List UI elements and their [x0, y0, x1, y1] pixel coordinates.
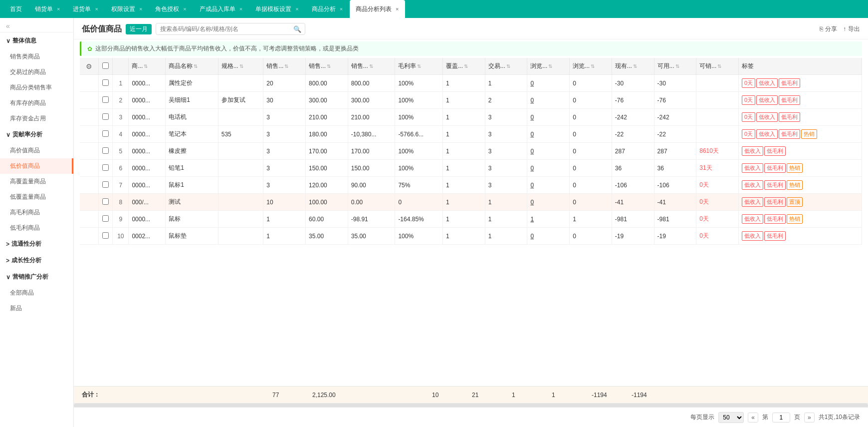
tag-badge: 0天 [742, 112, 755, 122]
close-icon[interactable]: × [295, 6, 298, 12]
browse1-link[interactable]: 0 [530, 148, 534, 155]
sidebar-item-low-value[interactable]: 低价值商品 [0, 158, 73, 174]
sidebar-group-growth[interactable]: > 成长性分析 [0, 252, 73, 269]
checkbox-cell[interactable] [99, 194, 113, 211]
checkbox-cell[interactable] [99, 228, 113, 245]
export-button[interactable]: ↑ 导出 [843, 25, 860, 33]
row-checkbox[interactable] [102, 113, 109, 120]
checkbox-cell[interactable] [99, 92, 113, 109]
nav-tab-template[interactable]: 单据模板设置 × [249, 0, 304, 18]
close-icon[interactable]: × [57, 6, 60, 12]
sidebar-group-marketing[interactable]: ∨ 营销推广分析 [0, 269, 73, 285]
sidebar-item-low-coverage[interactable]: 低覆盖量商品 [0, 189, 73, 205]
sidebar-group-contribution[interactable]: ∨ 贡献率分析 [0, 126, 73, 143]
nav-tab-role[interactable]: 角色授权 × [149, 0, 192, 18]
nav-tab-warehouse[interactable]: 产成品入库单 × [194, 0, 248, 18]
close-icon[interactable]: × [95, 6, 98, 12]
nav-tab-sales[interactable]: 销货单 × [29, 0, 66, 18]
saleable-column-header[interactable]: 可销...⇅ [696, 58, 739, 75]
data-table: ⚙ 商...⇅ 商品名称⇅ 规格...⇅ [80, 58, 862, 245]
nav-tab-home[interactable]: 首页 [4, 0, 28, 18]
available-column-header[interactable]: 可用...⇅ [654, 58, 696, 75]
row-checkbox[interactable] [102, 147, 109, 154]
nav-tab-analysis-list[interactable]: 商品分析列表 × [350, 0, 405, 18]
page-number-input[interactable] [772, 413, 790, 423]
row-checkbox[interactable] [102, 198, 109, 205]
browse1-link[interactable]: 1 [530, 216, 534, 223]
name-column-header[interactable]: 商品名称⇅ [166, 58, 218, 75]
browse1-link[interactable]: 0 [530, 233, 534, 240]
data-table-container[interactable]: ⚙ 商...⇅ 商品名称⇅ 规格...⇅ [74, 58, 868, 386]
sidebar-group-circulation[interactable]: > 流通性分析 [0, 236, 73, 252]
close-icon[interactable]: × [239, 6, 242, 12]
select-all-checkbox[interactable] [102, 62, 109, 69]
sidebar-item-high-profit[interactable]: 高毛利商品 [0, 205, 73, 220]
browse1-link[interactable]: 0 [530, 131, 534, 138]
close-icon[interactable]: × [139, 6, 142, 12]
sidebar-item-traded-goods[interactable]: 交易过的商品 [0, 64, 73, 80]
first-page-button[interactable]: « [748, 413, 758, 423]
sidebar-item-inventory-goods[interactable]: 有库存的商品 [0, 95, 73, 111]
sidebar-item-low-profit[interactable]: 低毛利商品 [0, 220, 73, 236]
page-size-select[interactable]: 50 20 100 [718, 412, 744, 423]
row-checkbox[interactable] [102, 181, 109, 188]
col6-column-header[interactable]: 销售...⇅ [263, 58, 306, 75]
browse1-link[interactable]: 0 [530, 199, 534, 206]
browse1-link[interactable]: 0 [530, 80, 534, 87]
gear-icon[interactable]: ⚙ [86, 62, 92, 70]
sidebar-item-capital-usage[interactable]: 库存资金占用 [0, 111, 73, 126]
col8-column-header[interactable]: 销售...⇅ [348, 58, 395, 75]
search-input[interactable] [156, 23, 305, 35]
grossrate-column-header[interactable]: 毛利率⇅ [395, 58, 443, 75]
sidebar-item-sales-goods[interactable]: 销售类商品 [0, 49, 73, 64]
close-icon[interactable]: × [183, 6, 186, 12]
nav-tab-permission[interactable]: 权限设置 × [105, 0, 148, 18]
cover-column-header[interactable]: 覆盖...⇅ [443, 58, 485, 75]
saleable-cell: 31天 [696, 160, 739, 177]
spec-column-header[interactable]: 规格...⇅ [218, 58, 263, 75]
row-checkbox[interactable] [102, 79, 109, 86]
row-number-cell: 1 [113, 75, 129, 92]
next-page-button[interactable]: » [804, 413, 815, 423]
code-column-header[interactable]: 商...⇅ [129, 58, 166, 75]
trade-column-header[interactable]: 交易...⇅ [485, 58, 527, 75]
sidebar-group-overall[interactable]: ∨ 整体信息 [0, 32, 73, 49]
current-column-header[interactable]: 现有...⇅ [612, 58, 654, 75]
checkbox-cell[interactable] [99, 75, 113, 92]
sidebar-item-high-value[interactable]: 高价值商品 [0, 143, 73, 158]
browse2-column-header[interactable]: 浏览...⇅ [570, 58, 612, 75]
tag-badge: 0天 [742, 95, 755, 105]
col7-column-header[interactable]: 销售...⇅ [306, 58, 348, 75]
browse1-link[interactable]: 0 [530, 114, 534, 121]
settings-column-header[interactable]: ⚙ [80, 58, 99, 75]
row-checkbox[interactable] [102, 232, 109, 239]
browse1-link[interactable]: 0 [530, 182, 534, 189]
close-icon[interactable]: × [396, 6, 399, 12]
browse1-link[interactable]: 0 [530, 97, 534, 104]
cover-cell: 1 [443, 177, 485, 194]
close-icon[interactable]: × [340, 6, 343, 12]
sidebar-item-high-coverage[interactable]: 高覆盖量商品 [0, 174, 73, 189]
row-checkbox[interactable] [102, 130, 109, 137]
checkbox-cell[interactable] [99, 126, 113, 143]
current-cell: -41 [612, 194, 654, 211]
sidebar-item-all-goods[interactable]: 全部商品 [0, 285, 73, 301]
checkbox-cell[interactable] [99, 109, 113, 126]
nav-tab-purchase[interactable]: 进货单 × [67, 0, 104, 18]
sidebar-item-new-goods[interactable]: 新品 [0, 301, 73, 316]
checkbox-cell[interactable] [99, 160, 113, 177]
share-button[interactable]: ⎘ 分享 [820, 25, 837, 33]
sidebar-item-category-rate[interactable]: 商品分类销售率 [0, 80, 73, 95]
browse1-link[interactable]: 0 [530, 165, 534, 172]
nav-tab-analysis[interactable]: 商品分析 × [306, 0, 349, 18]
row-checkbox[interactable] [102, 215, 109, 222]
checkbox-cell[interactable] [99, 177, 113, 194]
row-checkbox[interactable] [102, 164, 109, 171]
checkbox-cell[interactable] [99, 211, 113, 228]
browse1-column-header[interactable]: 浏览...⇅ [527, 58, 570, 75]
browse1-cell: 0 [527, 109, 570, 126]
sidebar-collapse-button[interactable]: « [4, 22, 12, 30]
time-filter-button[interactable]: 近一月 [126, 24, 152, 34]
checkbox-cell[interactable] [99, 143, 113, 160]
row-checkbox[interactable] [102, 96, 109, 103]
